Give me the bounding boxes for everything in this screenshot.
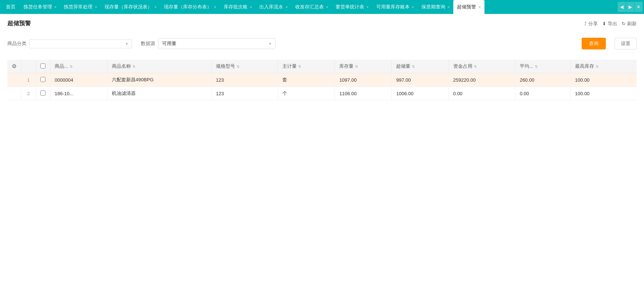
col-header-index (21, 60, 36, 73)
tab-stock-dist[interactable]: 现存量（库存分布表） × (160, 0, 220, 14)
tab-pick-task[interactable]: 拣货任务管理 × (20, 0, 60, 14)
tab-close-summary[interactable]: × (326, 5, 328, 9)
tab-stock-status[interactable]: 现存量（库存状况表） × (101, 0, 160, 14)
row2-gear (7, 87, 21, 100)
row1-over: 997.00 (392, 73, 449, 87)
tab-close-pick-task[interactable]: × (54, 5, 56, 9)
select-all-checkbox[interactable] (40, 63, 45, 68)
tab-close-available-account[interactable]: × (412, 5, 414, 9)
tab-expiry-query[interactable]: 保质期查询 × (418, 0, 453, 14)
col-header-code[interactable]: 商品... ⇅ (50, 60, 107, 73)
data-table: ⚙ 商品... ⇅ 商品名称 ⇅ (7, 60, 637, 100)
category-filter-group: 商品分类 ▾ (7, 39, 132, 48)
nav-arrow-right[interactable]: ▶ (626, 2, 634, 12)
col-header-avg[interactable]: 平均... ⇅ (515, 60, 571, 73)
row1-unit: 套 (278, 73, 335, 87)
col-header-name[interactable]: 商品名称 ⇅ (107, 60, 211, 73)
gear-icon[interactable]: ⚙ (12, 63, 17, 69)
sort-capital-icon: ⇅ (474, 64, 477, 68)
tab-close-overstock-warning[interactable]: × (478, 5, 480, 9)
sort-stock-icon: ⇅ (355, 64, 358, 68)
tab-close-expiry-query[interactable]: × (447, 5, 450, 9)
datasource-select[interactable]: 可用量 ▾ (158, 38, 275, 49)
page-actions: ⤴ 分享 ⬇ 导出 ↻ 刷新 (584, 21, 637, 27)
category-select[interactable]: ▾ (29, 39, 132, 48)
row1-index: 1 (21, 73, 36, 87)
row1-max: 100.00 (570, 73, 637, 87)
tab-close-stock-dist[interactable]: × (214, 5, 216, 9)
col-header-max[interactable]: 最高库存 ⇅ (570, 60, 637, 73)
top-nav: 首页 拣货任务管理 × 拣货异常处理 × 现存量（库存状况表） × 现存量（库存… (0, 0, 644, 14)
row1-checkbox-cell[interactable] (36, 73, 50, 87)
refresh-action[interactable]: ↻ 刷新 (622, 21, 637, 27)
tab-order-stats[interactable]: 要货单统计表 × (332, 0, 372, 14)
tab-close-pick-exception[interactable]: × (95, 5, 97, 9)
row2-index: 2 (21, 87, 36, 100)
row2-unit: 个 (278, 87, 335, 100)
row2-checkbox-cell[interactable] (36, 87, 50, 100)
nav-home[interactable]: 首页 (1, 0, 20, 14)
row1-avg: 260.00 (515, 73, 571, 87)
row1-code: 0000004 (50, 73, 107, 87)
col-header-checkbox[interactable] (36, 60, 50, 73)
row1-name: 六配套新昌490BPG (107, 73, 211, 87)
col-header-spec[interactable]: 规格型号 ⇅ (211, 60, 278, 73)
tab-inout-flow[interactable]: 出入库流水 × (256, 0, 291, 14)
tab-batch-account[interactable]: 库存批次账 × (220, 0, 256, 14)
tab-pick-exception[interactable]: 拣货异常处理 × (60, 0, 100, 14)
nav-arrows: ◀ ▶ ✕ (618, 2, 643, 12)
nav-arrow-close-all[interactable]: ✕ (634, 2, 643, 12)
query-button[interactable]: 查询 (582, 38, 606, 49)
col-header-over[interactable]: 超储量 ⇅ (392, 60, 449, 73)
col-header-gear[interactable]: ⚙ (7, 60, 21, 73)
datasource-select-value: 可用量 (162, 40, 176, 47)
page-container: 超储预警 ⤴ 分享 ⬇ 导出 ↻ 刷新 商品分类 ▾ 数据源 (0, 14, 644, 293)
datasource-chevron-icon: ▾ (269, 41, 271, 46)
row1-gear (7, 73, 21, 87)
datasource-label: 数据源 (141, 40, 155, 47)
row2-spec: 123 (211, 87, 278, 100)
table-body: 1 0000004 六配套新昌490BPG 123 套 1097.00 997.… (7, 73, 637, 100)
tab-close-inout-flow[interactable]: × (285, 5, 288, 9)
col-header-capital[interactable]: 资金占用 ⇅ (449, 60, 515, 73)
row1-capital: 259220.00 (449, 73, 515, 87)
table-row: 2 186-10... 机油滤清器 123 个 1106.00 1006.00 … (7, 87, 637, 100)
export-action[interactable]: ⬇ 导出 (602, 21, 617, 27)
tab-available-account[interactable]: 可用量库存账本 × (373, 0, 418, 14)
row1-checkbox[interactable] (40, 77, 45, 82)
refresh-icon: ↻ (622, 21, 626, 26)
row2-avg: 0.00 (515, 87, 571, 100)
export-icon: ⬇ (602, 21, 606, 26)
row1-spec: 123 (211, 73, 278, 87)
row1-stock: 1097.00 (335, 73, 392, 87)
tab-close-stock-status[interactable]: × (154, 5, 157, 9)
row2-capital: 0.00 (449, 87, 515, 100)
sort-name-icon: ⇅ (132, 64, 135, 68)
sort-max-icon: ⇅ (596, 64, 599, 68)
refresh-label: 刷新 (627, 21, 637, 27)
nav-arrow-left[interactable]: ◀ (618, 2, 626, 12)
col-header-stock[interactable]: 库存量 ⇅ (335, 60, 392, 73)
page-title: 超储预警 (7, 20, 31, 27)
settings-button[interactable]: 设置 (615, 38, 637, 49)
row2-max: 100.00 (570, 87, 637, 100)
share-action[interactable]: ⤴ 分享 (584, 21, 598, 27)
row2-code: 186-10... (50, 87, 107, 100)
tab-overstock-warning[interactable]: 超储预警 × (453, 0, 484, 14)
table-row: 1 0000004 六配套新昌490BPG 123 套 1097.00 997.… (7, 73, 637, 87)
row2-stock: 1106.00 (335, 87, 392, 100)
row2-name: 机油滤清器 (107, 87, 211, 100)
filter-bar: 商品分类 ▾ 数据源 可用量 ▾ 查询 设置 (7, 33, 637, 54)
share-icon: ⤴ (584, 21, 587, 26)
tab-close-order-stats[interactable]: × (366, 5, 369, 9)
col-header-unit[interactable]: 主计量 ⇅ (278, 60, 335, 73)
sort-spec-icon: ⇅ (237, 64, 239, 68)
tab-close-batch-account[interactable]: × (250, 5, 252, 9)
sort-over-icon: ⇅ (412, 64, 415, 68)
category-label: 商品分类 (7, 40, 26, 47)
row2-checkbox[interactable] (40, 90, 45, 96)
table-header-row: ⚙ 商品... ⇅ 商品名称 ⇅ (7, 60, 637, 73)
tab-summary[interactable]: 收发存汇总表 × (292, 0, 332, 14)
sort-code-icon: ⇅ (70, 64, 73, 68)
datasource-filter-group: 数据源 可用量 ▾ (141, 38, 275, 49)
